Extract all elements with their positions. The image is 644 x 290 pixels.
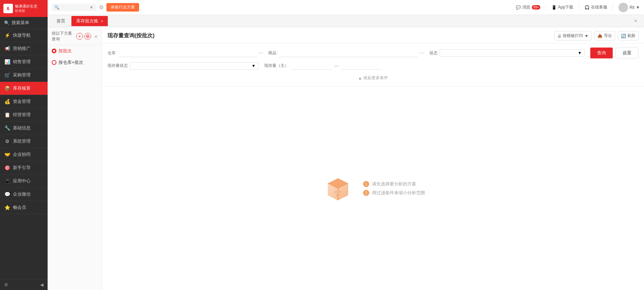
sidebar-header: 6 畅康通好生意 标准版 (0, 0, 48, 17)
sidebar-item-label: 企业微信 (13, 191, 31, 197)
sidebar-item-enterprise[interactable]: 🤝 企业协同 (0, 148, 48, 161)
sidebar-item-label: 销售管理 (13, 59, 31, 65)
refresh-label: 刷新 (627, 33, 635, 39)
tab-close-btn[interactable]: × (101, 19, 103, 23)
product-label: 商品 (268, 50, 276, 56)
tabbar: 首页 库存批次账 × × (48, 15, 644, 27)
tab-close-right-btn[interactable]: × (631, 18, 640, 24)
export-icon: 📤 (597, 34, 603, 38)
sidebar-item-marketing[interactable]: 📢 营销推广 (0, 42, 48, 55)
user-menu-btn[interactable]: Rit ▼ (618, 3, 640, 12)
sidebar-item-purchase[interactable]: 🛒 采购管理 (0, 69, 48, 82)
add-scheme-btn[interactable]: + (76, 33, 83, 40)
scheme-item-warehouse-batch[interactable]: 按仓库+批次 (48, 57, 102, 68)
sidebar: 6 畅康通好生意 标准版 🔍 搜索菜单 ⚡ 快捷导航 📢 营销推广 📊 销售管理… (0, 0, 48, 290)
sidebar-item-label: 新手引导 (13, 165, 31, 171)
collapse-sidebar-icon[interactable]: ◀ (40, 282, 44, 287)
export-label: 导出 (604, 33, 612, 39)
stock-qty-from-input[interactable] (291, 62, 332, 70)
warehouse-input[interactable] (118, 49, 257, 57)
scheme-dot-batch (52, 49, 56, 53)
settings-btn[interactable]: 设置 (615, 48, 639, 58)
print-chevron-icon[interactable]: ▼ (584, 34, 589, 38)
tip1-num: 1 (363, 181, 369, 187)
app-download-label: App下载 (558, 4, 573, 10)
sidebar-item-system[interactable]: ⚙ 系统管理 (0, 135, 48, 148)
inventory-icon: 📦 (4, 85, 10, 91)
divider (546, 4, 546, 11)
collapse-more-btn[interactable]: ▲ 收起更多条件 (107, 73, 639, 82)
sidebar-item-finance[interactable]: 💰 资金管理 (0, 95, 48, 108)
divider2 (579, 4, 579, 11)
sidebar-item-label: 采购管理 (13, 72, 31, 78)
sales-icon: 📊 (4, 59, 10, 65)
stock-qty-separator: — (334, 63, 339, 68)
stock-status-select[interactable]: ▼ (130, 62, 259, 70)
stock-qty-to-input[interactable] (341, 62, 382, 70)
active-tab-label: 库存批次账 (76, 18, 98, 24)
sidebar-item-label: 快捷导航 (13, 32, 31, 38)
sidebar-item-label: 系统管理 (13, 138, 31, 144)
svg-point-7 (335, 191, 337, 193)
sidebar-item-label: 畅会员 (13, 204, 26, 211)
print-btn[interactable]: 🖨 按模板打印 ▼ (554, 31, 592, 40)
purchase-icon: 🛒 (4, 72, 10, 78)
sidebar-item-label: 经营管理 (13, 112, 31, 118)
topbar-gear-icon[interactable]: ⚙ (99, 4, 104, 11)
print-icon: 🖨 (557, 34, 561, 38)
empty-tip-2: 2 用过滤条件来缩小分析范围 (363, 190, 425, 196)
online-service-btn[interactable]: 🎧 在线客服 (584, 4, 607, 10)
sidebar-item-wechat[interactable]: 💬 企业微信 (0, 188, 48, 201)
message-btn[interactable]: 💬 消息 99+ (516, 4, 540, 10)
chevron-down-icon[interactable]: ▼ (89, 5, 94, 10)
warehouse-label: 仓库 (107, 50, 116, 56)
product-input[interactable] (278, 49, 418, 57)
product-more-btn[interactable]: ··· (419, 50, 424, 56)
scheme-settings-btn[interactable] (84, 33, 91, 40)
tab-inventory-batch[interactable]: 库存批次账 × (71, 16, 108, 26)
search-icon: 🔍 (4, 20, 10, 25)
sidebar-item-basics[interactable]: 🔧 基础信息 (0, 122, 48, 135)
sidebar-item-appcenter[interactable]: 📱 应用中心 (0, 175, 48, 188)
home-tab-label: 首页 (56, 18, 65, 24)
experience-btn[interactable]: 体验行业方案 (106, 3, 139, 12)
product-filter: 商品 ··· (268, 49, 424, 57)
sidebar-item-inventory[interactable]: 📦 库存核算 (0, 82, 48, 95)
message-label: 消息 (522, 4, 530, 10)
stock-status-filter: 现存量状态 ▼ (107, 62, 259, 70)
settings-icon[interactable]: ⚙ (4, 282, 8, 287)
action-buttons: 查询 设置 (590, 48, 639, 58)
main-content: 🔍 ▼ ⚙ 体验行业方案 💬 消息 99+ 📱 App下载 🎧 在线客服 (48, 0, 644, 290)
export-btn[interactable]: 📤 导出 (594, 31, 615, 40)
sidebar-item-member[interactable]: ⭐ 畅会员 (0, 201, 48, 214)
user-avatar (618, 3, 628, 12)
right-panel: 现存量查询(按批次) 🖨 按模板打印 ▼ 📤 导出 🔄 刷新 (102, 27, 644, 290)
download-icon: 📱 (552, 5, 557, 10)
query-btn[interactable]: 查询 (590, 48, 613, 58)
refresh-btn[interactable]: 🔄 刷新 (618, 31, 639, 40)
tab-home[interactable]: 首页 (52, 16, 70, 26)
sidebar-item-quicknav[interactable]: ⚡ 快捷导航 (0, 29, 48, 42)
empty-tip-1: 1 请先选择要分析的方案 (363, 181, 425, 187)
refresh-icon: 🔄 (621, 34, 626, 38)
app-download-btn[interactable]: 📱 App下载 (552, 4, 573, 10)
left-panel-header: 按以下方案查询 + « (48, 27, 102, 45)
sidebar-item-newguide[interactable]: 🎯 新手引导 (0, 161, 48, 175)
collapse-panel-btn[interactable]: « (95, 33, 98, 39)
chevron-up-icon: ▲ (358, 76, 362, 80)
topbar-search-input[interactable] (61, 5, 88, 10)
filter-area: 仓库 ··· 商品 ··· 状态 ▼ (102, 43, 644, 87)
message-icon: 💬 (516, 5, 521, 10)
status-select[interactable]: ▼ (440, 49, 585, 57)
warehouse-more-btn[interactable]: ··· (258, 50, 263, 56)
app-logo: 6 (3, 4, 13, 13)
sidebar-search[interactable]: 🔍 搜索菜单 (0, 17, 48, 29)
sidebar-item-operations[interactable]: 📋 经营管理 (0, 108, 48, 122)
quicknav-icon: ⚡ (4, 32, 10, 38)
status-label: 状态 (429, 50, 438, 56)
scheme-item-batch[interactable]: 按批次 (48, 45, 102, 57)
scheme-dot-warehouse (52, 60, 56, 65)
sidebar-item-sales[interactable]: 📊 销售管理 (0, 55, 48, 69)
svg-point-8 (339, 191, 341, 193)
stock-status-chevron-icon: ▼ (252, 64, 256, 68)
